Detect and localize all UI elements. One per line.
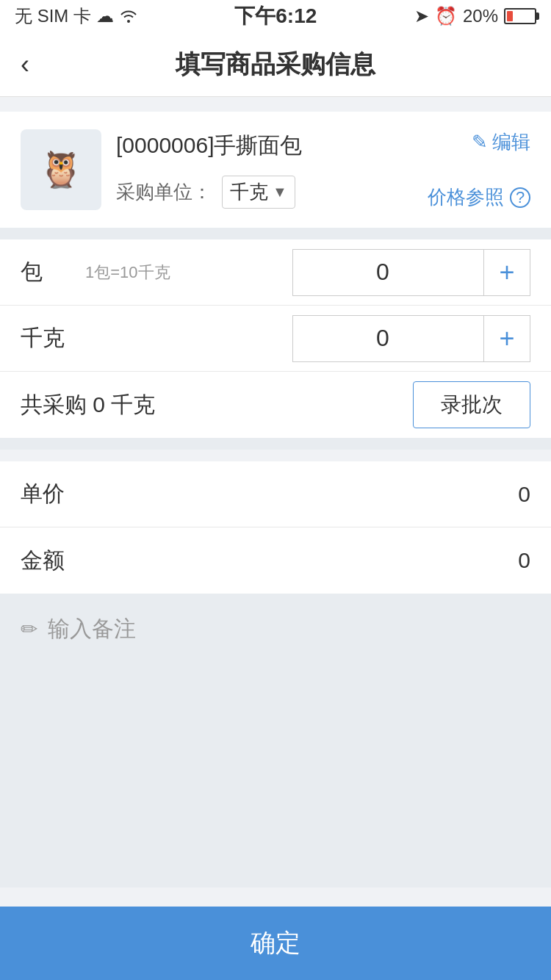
battery-text: 20% xyxy=(463,6,498,26)
edit-icon: ✎ xyxy=(472,131,488,154)
bag-sub-label: 1包=10千克 xyxy=(85,262,292,284)
bag-label: 包 xyxy=(21,257,79,287)
no-sim-text: 无 SIM 卡 ☁ xyxy=(15,4,114,28)
pencil-icon: ✏ xyxy=(21,617,37,641)
batch-record-button[interactable]: 录批次 xyxy=(413,381,530,428)
battery-icon xyxy=(504,8,536,24)
bag-quantity-input[interactable] xyxy=(292,249,483,296)
summary-row: 共采购 0 千克 录批次 xyxy=(0,372,551,438)
nav-bar: ‹ 填写商品采购信息 xyxy=(0,32,551,97)
alarm-icon: ⏰ xyxy=(435,6,457,26)
price-ref-label: 价格参照 xyxy=(428,184,504,210)
kg-quantity-input[interactable] xyxy=(292,315,483,362)
remark-section[interactable]: ✏ 输入备注 xyxy=(0,594,551,741)
product-card: 🦉 [0000006]手撕面包 采购单位： 千克 ▼ ✎ 编辑 价格参照 ? xyxy=(0,112,551,228)
remark-placeholder: 输入备注 xyxy=(48,614,136,644)
wifi-icon xyxy=(120,10,137,23)
dropdown-arrow-icon: ▼ xyxy=(273,184,287,201)
price-info-section: 单价 0 金额 0 xyxy=(0,461,551,594)
price-ref-button[interactable]: 价格参照 ? xyxy=(428,184,530,210)
unit-label: 采购单位： xyxy=(116,179,212,205)
product-logo: 🦉 xyxy=(39,149,83,190)
edit-label: 编辑 xyxy=(492,129,530,155)
remark-input-row: ✏ 输入备注 xyxy=(21,614,530,644)
amount-row: 金额 0 xyxy=(0,527,551,594)
kg-field-wrap: + xyxy=(292,315,530,362)
total-purchase-text: 共采购 0 千克 xyxy=(21,390,155,420)
back-button[interactable]: ‹ xyxy=(21,49,29,80)
kg-plus-button[interactable]: + xyxy=(483,315,530,362)
status-bar: 无 SIM 卡 ☁ 下午6:12 ➤ ⏰ 20% xyxy=(0,0,551,32)
status-left: 无 SIM 卡 ☁ xyxy=(15,4,137,28)
unit-dropdown[interactable]: 千克 ▼ xyxy=(222,176,295,209)
unit-price-value: 0 xyxy=(518,482,530,507)
kg-label: 千克 xyxy=(21,323,79,353)
location-icon: ➤ xyxy=(414,6,429,26)
bottom-spacer xyxy=(0,741,551,887)
input-section: 包 1包=10千克 + 千克 + xyxy=(0,239,551,372)
amount-value: 0 xyxy=(518,548,530,573)
amount-label: 金额 xyxy=(21,546,65,576)
bag-plus-button[interactable]: + xyxy=(483,249,530,296)
bag-input-row: 包 1包=10千克 + xyxy=(0,239,551,306)
page-title: 填写商品采购信息 xyxy=(176,48,375,82)
status-time: 下午6:12 xyxy=(234,2,317,30)
product-name: [0000006]手撕面包 xyxy=(116,131,530,161)
unit-price-label: 单价 xyxy=(21,479,65,509)
unit-price-row: 单价 0 xyxy=(0,461,551,527)
kg-input-row: 千克 + xyxy=(0,306,551,372)
unit-value: 千克 xyxy=(230,179,268,205)
status-right: ➤ ⏰ 20% xyxy=(414,6,536,26)
product-image: 🦉 xyxy=(21,129,101,210)
help-icon: ? xyxy=(510,187,530,208)
section-divider-2 xyxy=(0,438,551,450)
bag-field-wrap: + xyxy=(292,249,530,296)
confirm-button[interactable]: 确定 xyxy=(0,907,551,980)
edit-button[interactable]: ✎ 编辑 xyxy=(472,129,530,155)
section-divider-1 xyxy=(0,228,551,239)
